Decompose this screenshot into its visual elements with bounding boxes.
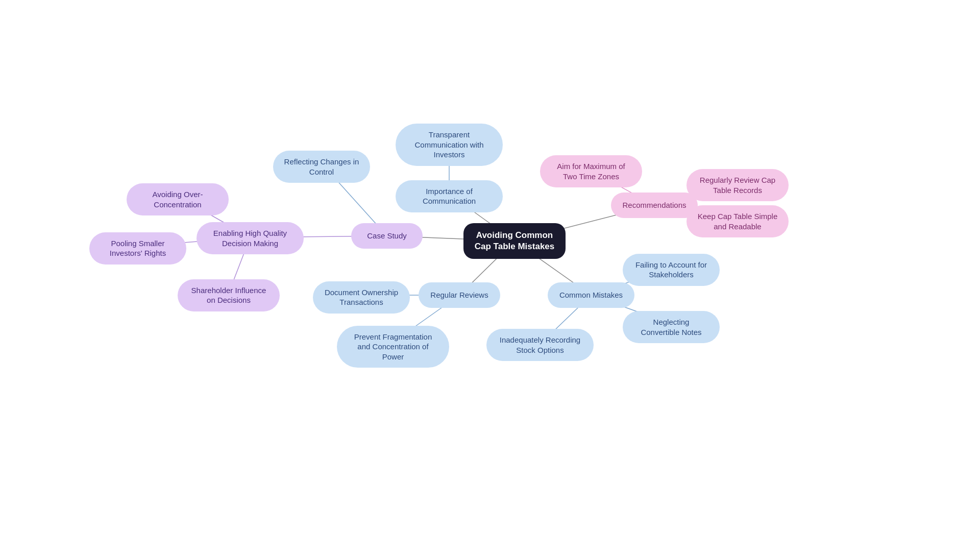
node-failing_to_account: Failing to Account for Stakeholders: [623, 254, 720, 286]
node-document_ownership: Document Ownership Transactions: [313, 281, 410, 314]
node-transparent_communication: Transparent Communication with Investors: [396, 124, 503, 166]
node-inadequately_recording: Inadequately Recording Stock Options: [486, 329, 594, 361]
node-shareholder_influence: Shareholder Influence on Decisions: [178, 279, 280, 311]
node-center: Avoiding Common Cap Table Mistakes: [463, 223, 566, 259]
node-neglecting_convertible: Neglecting Convertible Notes: [623, 311, 720, 343]
node-regular_reviews: Regular Reviews: [419, 282, 500, 308]
node-prevent_fragmentation: Prevent Fragmentation and Concentration …: [337, 326, 449, 368]
connections-svg: [0, 0, 980, 553]
node-case_study: Case Study: [351, 223, 423, 249]
node-pooling_smaller: Pooling Smaller Investors' Rights: [89, 232, 186, 265]
node-importance_of_communication: Importance of Communication: [396, 180, 503, 212]
node-avoiding_over_concentration: Avoiding Over-Concentration: [127, 183, 229, 215]
node-recommendations: Recommendations: [611, 193, 698, 218]
node-regularly_review: Regularly Review Cap Table Records: [687, 169, 789, 201]
node-aim_for_maximum: Aim for Maximum of Two Time Zones: [540, 155, 642, 187]
node-reflecting_changes: Reflecting Changes in Control: [273, 151, 370, 183]
node-enabling_high_quality: Enabling High Quality Decision Making: [197, 222, 304, 254]
mindmap-container: Avoiding Common Cap Table MistakesImport…: [0, 0, 980, 553]
node-keep_cap_table: Keep Cap Table Simple and Readable: [687, 205, 789, 237]
node-common_mistakes: Common Mistakes: [548, 282, 634, 308]
